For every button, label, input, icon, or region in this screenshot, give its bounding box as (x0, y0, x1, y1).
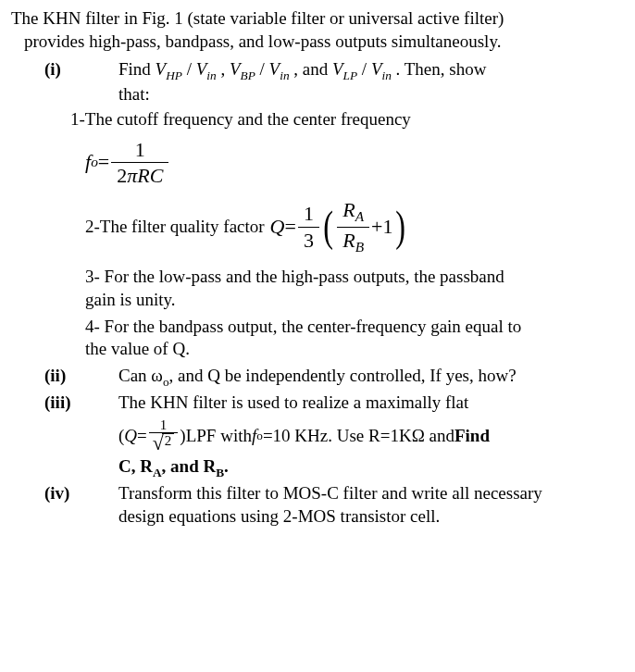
var-q: Q (124, 425, 137, 448)
sub-o: o (91, 153, 98, 171)
var-v: V (196, 59, 207, 79)
item-iii-content: The KHN filter is used to realize a maxi… (118, 392, 624, 481)
den-rb: RB (337, 227, 369, 257)
var-v: V (269, 59, 280, 79)
item-iii: (iii) The KHN filter is used to realize … (11, 392, 624, 481)
item-ii-content: Can ωo, and Q be independently controlle… (118, 365, 624, 390)
den-sqrt2: √ 2 (149, 432, 179, 454)
sub1-text: 1-The cutoff frequency and the center fr… (70, 109, 411, 129)
var-q: Q (270, 214, 285, 241)
sub-a: A (153, 466, 162, 479)
equals: = (137, 425, 147, 448)
that: that: (118, 83, 624, 106)
text: , and R (162, 456, 217, 476)
sub-b: B (216, 466, 224, 479)
intro-line-1: The KHN filter in Fig. 1 (state variable… (11, 7, 624, 31)
den-3: 3 (298, 227, 319, 253)
numerator: 1 (130, 137, 151, 162)
slash: / (362, 59, 367, 79)
text: C, R (118, 456, 153, 476)
text: Find (118, 59, 156, 79)
sub-a: A (355, 208, 364, 224)
text: Can ω (118, 366, 163, 385)
sub-4: 4- For the bandpass output, the center-f… (11, 316, 624, 361)
slash: / (260, 59, 265, 79)
plus-one: +1 (371, 214, 392, 241)
sub-hp: HP (166, 68, 182, 82)
equals: = (285, 214, 296, 241)
var-v: V (156, 59, 167, 79)
item-i-content: Find VHP / Vin , VBP / Vin , and VLP / V… (118, 58, 624, 106)
var-r: R (342, 229, 355, 252)
paren-right: ) (395, 210, 405, 244)
pi: π (127, 164, 137, 187)
num-1: 1 (156, 418, 171, 433)
sub-lp: LP (343, 68, 358, 82)
iv-l2: design equations using 2-MOS transistor … (118, 505, 624, 529)
rc: RC (137, 164, 163, 187)
var-v: V (371, 59, 382, 79)
two: 2 (117, 164, 127, 187)
text: , and Q be independently controlled, If … (169, 366, 517, 385)
sub3-l1: 3- For the low-pass and the high-pass ou… (85, 266, 624, 289)
sub4-l1: 4- For the bandpass output, the center-f… (85, 316, 624, 339)
intro-line-2: provides high-pass, bandpass, and low-pa… (11, 31, 624, 54)
iii-l2: ( Q = 1 √ 2 ) LPF with fo =10 KHz. Use R… (118, 418, 624, 454)
sub-3: 3- For the low-pass and the high-pass ou… (11, 266, 624, 311)
item-iv-content: Transform this filter to MOS-C filter an… (118, 482, 624, 528)
iv-l1: Transform this filter to MOS-C filter an… (118, 482, 624, 505)
text: LPF with (186, 425, 252, 448)
text: . (224, 456, 229, 476)
fraction-1-3: 1 3 (298, 201, 319, 252)
var-v: V (230, 59, 241, 79)
iii-l3: C, RA, and RB. (118, 455, 624, 480)
var-v: V (332, 59, 343, 79)
text: =10 KHz. Use R=1KΩ and (263, 425, 454, 448)
item-iv-label: (iv) (11, 482, 118, 528)
sub-o: o (163, 375, 169, 389)
equals: = (98, 149, 109, 176)
sub-2: 2-The filter quality factor Q = 1 3 ( RA… (11, 197, 624, 256)
sub2-lead: 2-The filter quality factor (85, 216, 265, 239)
fraction-ra-rb: RA RB (337, 197, 369, 256)
iii-l1: The KHN filter is used to realize a maxi… (118, 392, 624, 415)
item-iii-label: (iii) (11, 392, 118, 481)
sqrt: √ 2 (153, 433, 175, 454)
slash: / (187, 59, 192, 79)
sub-in: in (280, 68, 289, 82)
text: . Then, show (396, 59, 487, 79)
num-1: 1 (298, 201, 319, 226)
item-ii-label: (ii) (11, 365, 118, 390)
sqrt-arg: 2 (162, 433, 175, 449)
sub4-l2: the value of Q. (85, 338, 624, 361)
find: Find (454, 425, 490, 448)
num-ra: RA (337, 197, 369, 227)
sub-b: B (355, 239, 364, 255)
and: , and (293, 59, 332, 79)
fraction: 1 2πRC (111, 137, 168, 188)
item-iv: (iv) Transform this filter to MOS-C filt… (11, 482, 624, 528)
item-i-label: (i) (11, 58, 118, 106)
sub-in: in (382, 68, 392, 82)
sub3-l2: gain is unity. (85, 289, 624, 312)
sub-in: in (206, 68, 216, 82)
sub-o: o (256, 428, 263, 443)
paren-left: ( (323, 210, 333, 244)
item-i: (i) Find VHP / Vin , VBP / Vin , and VLP… (11, 58, 624, 106)
sep: , (220, 59, 230, 79)
sub-1: 1-The cutoff frequency and the center fr… (11, 108, 624, 131)
item-ii: (ii) Can ωo, and Q be independently cont… (11, 365, 624, 390)
var-r: R (342, 198, 355, 221)
formula-fo: fo = 1 2πRC (11, 137, 624, 188)
sub-bp: BP (241, 68, 255, 82)
denominator: 2πRC (111, 162, 168, 188)
intro-paragraph: The KHN filter in Fig. 1 (state variable… (11, 7, 624, 53)
fraction-1-sqrt2: 1 √ 2 (149, 418, 179, 454)
